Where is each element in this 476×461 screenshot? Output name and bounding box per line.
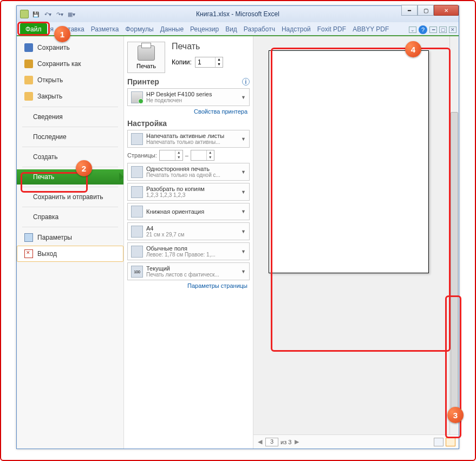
annotation-badge-1: 1	[54, 26, 70, 42]
page-setup-link[interactable]: Параметры страницы	[127, 282, 250, 289]
app-window: 💾 ↶▾ ↷▾ ▦▾ Книга1.xlsx - Microsoft Excel…	[16, 5, 459, 449]
printer-dropdown[interactable]: HP Deskjet F4100 series Не подключен ▼	[127, 88, 250, 106]
tab-developer[interactable]: Разработч	[240, 23, 278, 35]
spin-up-icon[interactable]: ▲	[206, 150, 214, 155]
tab-addons[interactable]: Надстрой	[278, 23, 314, 35]
scaling-dropdown[interactable]: 100 Текущий Печать листов с фактическ...…	[127, 262, 250, 280]
nav-info[interactable]: Сведения	[17, 109, 123, 124]
zoom-page-icon[interactable]	[446, 438, 455, 446]
nav-saveas-label: Сохранить как	[37, 60, 81, 68]
preview-page	[269, 50, 429, 273]
pages-from-spinner[interactable]: ▲▼	[159, 150, 183, 161]
nav-new[interactable]: Создать	[17, 149, 123, 164]
page-number-input[interactable]: 3	[265, 438, 278, 446]
exit-icon	[24, 249, 33, 258]
nav-open[interactable]: Открыть	[17, 72, 123, 88]
print-what-dropdown[interactable]: Напечатать активные листы Напечатать тол…	[127, 130, 250, 148]
dd4-title: Книжная ориентация	[146, 208, 238, 215]
close-icon	[24, 92, 33, 101]
nav-saveas[interactable]: Сохранить как	[17, 56, 123, 72]
orientation-dropdown[interactable]: Книжная ориентация ▼	[127, 203, 250, 220]
tab-view[interactable]: Вид	[222, 23, 240, 35]
dd7-sub: Печать листов с фактическ...	[146, 272, 238, 278]
spin-down-icon[interactable]: ▼	[215, 62, 223, 67]
printer-heading: Принтер	[127, 77, 159, 86]
qat-save-icon[interactable]: 💾	[31, 9, 41, 19]
options-icon	[24, 233, 33, 242]
preview-scrollbar[interactable]	[449, 36, 459, 434]
collate-dropdown[interactable]: Разобрать по копиям 1,2,3 1,2,3 1,2,3 ▼	[127, 183, 250, 201]
nav-exit-label: Выход	[37, 250, 57, 258]
spin-down-icon[interactable]: ▼	[175, 155, 182, 160]
paper-icon	[131, 226, 143, 238]
tab-data[interactable]: Данные	[157, 23, 187, 35]
paper-size-dropdown[interactable]: A4 21 см x 29,7 см ▼	[127, 222, 250, 240]
tab-layout[interactable]: Разметка	[88, 23, 122, 35]
nav-open-label: Открыть	[37, 76, 63, 84]
chevron-down-icon: ▼	[241, 169, 246, 175]
pages-label: Страницы:	[127, 152, 157, 159]
help-icon[interactable]: ?	[419, 25, 427, 34]
chevron-down-icon: ▼	[241, 209, 246, 214]
doc-minimize-icon[interactable]: ━	[429, 27, 437, 33]
tab-abbyy[interactable]: ABBYY PDF	[349, 23, 392, 35]
save-icon	[24, 43, 33, 52]
collate-icon	[131, 186, 143, 198]
next-page-button[interactable]: ▶	[294, 438, 300, 445]
pages-to-spinner[interactable]: ▲▼	[191, 150, 214, 161]
minimize-button[interactable]: ━	[401, 5, 418, 16]
print-heading: Печать	[172, 42, 250, 51]
spin-up-icon[interactable]: ▲	[175, 150, 182, 155]
qat-undo-icon[interactable]: ↶▾	[43, 9, 53, 19]
dd6-sub: Левое: 1,78 см Правое: 1,...	[146, 252, 238, 258]
settings-heading: Настройка	[127, 119, 167, 128]
nav-save-label: Сохранить	[37, 44, 70, 51]
tab-formulas[interactable]: Формулы	[122, 23, 157, 35]
annotation-badge-3: 3	[447, 407, 464, 423]
preview-statusbar: ◀ 3 из 3 ▶	[253, 434, 459, 449]
nav-save[interactable]: Сохранить	[17, 39, 123, 56]
spin-down-icon[interactable]: ▼	[206, 155, 214, 160]
nav-options[interactable]: Параметры	[17, 229, 123, 246]
open-icon	[24, 76, 33, 84]
margins-dropdown[interactable]: Обычные поля Левое: 1,78 см Правое: 1,..…	[127, 242, 250, 260]
tab-review[interactable]: Рецензир	[187, 23, 222, 35]
quick-access-toolbar: 💾 ↶▾ ↷▾ ▦▾	[17, 9, 76, 19]
chevron-down-icon: ▼	[241, 269, 246, 274]
qat-more-icon[interactable]: ▦▾	[67, 9, 76, 19]
spin-up-icon[interactable]: ▲	[215, 57, 223, 62]
maximize-button[interactable]: ▢	[418, 5, 434, 16]
copies-value: 1	[195, 58, 215, 66]
one-sided-icon	[131, 166, 143, 178]
info-icon[interactable]: i	[242, 78, 250, 85]
tab-file[interactable]: Файл	[20, 23, 47, 35]
nav-print[interactable]: Печать	[17, 169, 123, 185]
nav-exit[interactable]: Выход	[17, 246, 123, 262]
portrait-icon	[131, 206, 143, 218]
qat-redo-icon[interactable]: ↷▾	[55, 9, 64, 19]
copies-spinner[interactable]: 1 ▲▼	[195, 57, 223, 68]
dd5-title: A4	[146, 225, 238, 232]
copies-label: Копии:	[172, 58, 192, 66]
nav-close[interactable]: Закрыть	[17, 88, 123, 104]
printer-device-icon	[131, 91, 143, 103]
dd3-title: Разобрать по копиям	[146, 186, 238, 192]
show-margins-icon[interactable]	[434, 438, 444, 446]
scrollbar-thumb[interactable]	[451, 112, 458, 419]
dd2-sub: Печатать только на одной с...	[146, 172, 238, 178]
sides-dropdown[interactable]: Односторонняя печать Печатать только на …	[127, 163, 250, 181]
page-of-label: из 3	[281, 439, 291, 445]
nav-recent[interactable]: Последние	[17, 129, 123, 144]
printer-icon	[138, 45, 155, 61]
print-button[interactable]: Печать	[127, 42, 165, 73]
printer-name: HP Deskjet F4100 series	[146, 91, 238, 97]
doc-close-icon[interactable]: ✕	[449, 27, 457, 33]
close-button[interactable]: ✕	[434, 5, 459, 16]
doc-restore-icon[interactable]: ▢	[439, 27, 447, 33]
nav-help[interactable]: Справка	[17, 209, 123, 225]
tab-foxit[interactable]: Foxit PDF	[314, 23, 349, 35]
prev-page-button[interactable]: ◀	[257, 438, 263, 445]
ribbon-minimize-icon[interactable]: ⌄	[409, 27, 416, 33]
nav-save-send[interactable]: Сохранить и отправить	[17, 189, 123, 205]
printer-properties-link[interactable]: Свойства принтера	[127, 108, 250, 115]
